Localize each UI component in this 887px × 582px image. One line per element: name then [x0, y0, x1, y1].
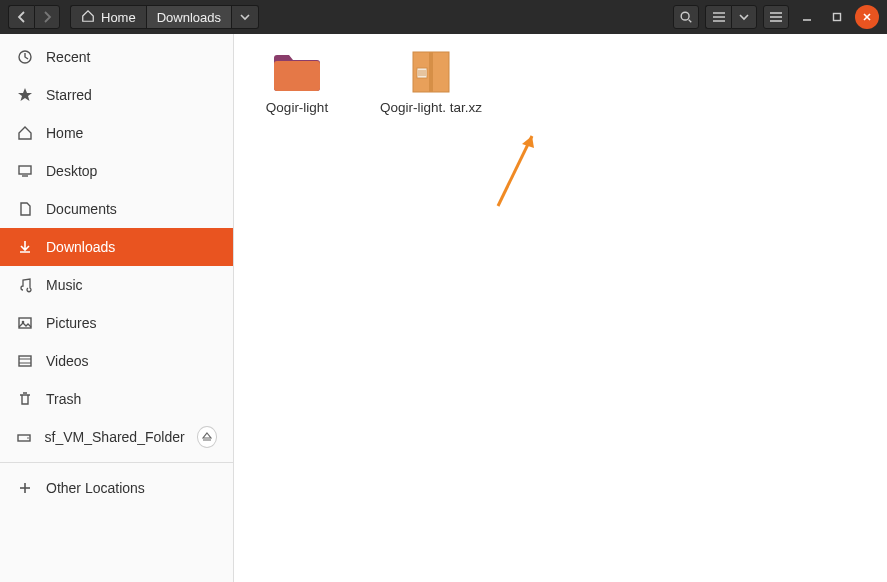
- archive-icon: [405, 50, 457, 94]
- sidebar-item-downloads[interactable]: Downloads: [0, 228, 233, 266]
- path-current[interactable]: Downloads: [146, 5, 232, 29]
- videos-icon: [16, 353, 34, 369]
- header-right: [673, 5, 879, 29]
- folder-icon: [271, 50, 323, 94]
- sidebar-item-pictures[interactable]: Pictures: [0, 304, 233, 342]
- sidebar-item-other-locations[interactable]: Other Locations: [0, 469, 233, 507]
- file-name: Qogir-light: [266, 100, 328, 115]
- sidebar-item-music[interactable]: Music: [0, 266, 233, 304]
- sidebar-item-label: Videos: [46, 353, 89, 369]
- path-home[interactable]: Home: [70, 5, 146, 29]
- home-icon: [81, 9, 95, 26]
- plus-icon: [16, 481, 34, 495]
- sidebar-item-label: Trash: [46, 391, 81, 407]
- file-name: Qogir-light. tar.xz: [380, 100, 482, 115]
- svg-point-21: [27, 437, 29, 439]
- hamburger-menu-button[interactable]: [763, 5, 789, 29]
- clock-icon: [16, 49, 34, 65]
- sidebar-item-label: Documents: [46, 201, 117, 217]
- eject-button[interactable]: [197, 426, 217, 448]
- trash-icon: [16, 391, 34, 407]
- path-dropdown[interactable]: [232, 5, 259, 29]
- sidebar-item-label: Recent: [46, 49, 90, 65]
- sidebar-item-label: Music: [46, 277, 83, 293]
- sidebar-item-documents[interactable]: Documents: [0, 190, 233, 228]
- header-bar: Home Downloads: [0, 0, 887, 34]
- desktop-icon: [16, 163, 34, 179]
- sidebar-item-desktop[interactable]: Desktop: [0, 152, 233, 190]
- sidebar-item-label: Downloads: [46, 239, 115, 255]
- drive-icon: [16, 429, 33, 445]
- sidebar-item-trash[interactable]: Trash: [0, 380, 233, 418]
- maximize-button[interactable]: [825, 5, 849, 29]
- minimize-button[interactable]: [795, 5, 819, 29]
- pictures-icon: [16, 315, 34, 331]
- svg-line-30: [498, 136, 532, 206]
- view-dropdown-button[interactable]: [731, 5, 757, 29]
- sidebar-item-label: Home: [46, 125, 83, 141]
- sidebar-item-label: Starred: [46, 87, 92, 103]
- view-mode-combo: [705, 5, 757, 29]
- svg-marker-31: [522, 136, 534, 148]
- sidebar: Recent Starred Home Desktop Documents Do…: [0, 34, 234, 582]
- sidebar-item-home[interactable]: Home: [0, 114, 233, 152]
- svg-point-0: [681, 12, 689, 20]
- sidebar-item-shared-folder[interactable]: sf_VM_Shared_Folder: [0, 418, 233, 456]
- sidebar-separator: [0, 462, 233, 463]
- documents-icon: [16, 201, 34, 217]
- sidebar-item-label: Pictures: [46, 315, 97, 331]
- path-bar: Home Downloads: [70, 5, 259, 29]
- sidebar-item-label: Other Locations: [46, 480, 145, 496]
- sidebar-item-recent[interactable]: Recent: [0, 38, 233, 76]
- file-item-folder[interactable]: Qogir-light: [242, 46, 352, 115]
- svg-rect-25: [429, 52, 433, 92]
- svg-rect-9: [834, 14, 841, 21]
- forward-button[interactable]: [34, 5, 60, 29]
- back-button[interactable]: [8, 5, 34, 29]
- annotation-arrow: [492, 122, 552, 212]
- main-area: Recent Starred Home Desktop Documents Do…: [0, 34, 887, 582]
- file-grid: Qogir-light Qogir-light. tar.xz: [242, 46, 879, 115]
- close-button[interactable]: [855, 5, 879, 29]
- path-home-label: Home: [101, 10, 136, 25]
- sidebar-item-videos[interactable]: Videos: [0, 342, 233, 380]
- file-item-archive[interactable]: Qogir-light. tar.xz: [376, 46, 486, 115]
- downloads-icon: [16, 239, 34, 255]
- music-icon: [16, 277, 34, 293]
- search-button[interactable]: [673, 5, 699, 29]
- content-pane[interactable]: Qogir-light Qogir-light. tar.xz: [234, 34, 887, 582]
- sidebar-item-label: Desktop: [46, 163, 97, 179]
- home-icon: [16, 125, 34, 141]
- svg-rect-15: [19, 318, 31, 328]
- svg-rect-17: [19, 356, 31, 366]
- nav-group: [8, 5, 60, 29]
- star-icon: [16, 87, 34, 103]
- sidebar-item-starred[interactable]: Starred: [0, 76, 233, 114]
- sidebar-item-label: sf_VM_Shared_Folder: [45, 429, 185, 445]
- svg-line-1: [689, 20, 692, 23]
- svg-rect-13: [19, 166, 31, 174]
- list-view-button[interactable]: [705, 5, 731, 29]
- path-current-label: Downloads: [157, 10, 221, 25]
